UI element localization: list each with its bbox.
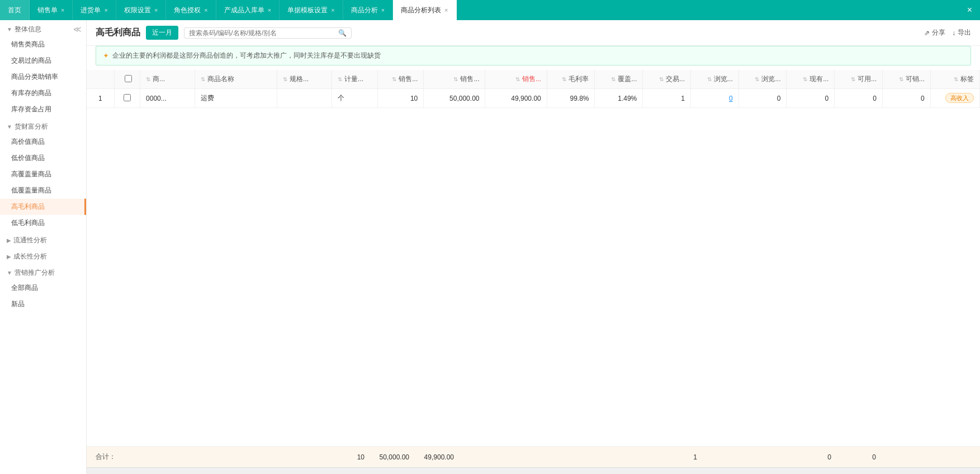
sidebar-group-wealth[interactable]: ▼ 货财富分析 [0, 118, 86, 134]
cell-sales-amount: 50,000.00 [424, 89, 485, 108]
sidebar-item-sales-goods[interactable]: 销售类商品 [0, 36, 86, 53]
sidebar-item-new-goods[interactable]: 新品 [0, 296, 86, 312]
sidebar-item-stock-capital[interactable]: 库存资金占用 [0, 101, 86, 118]
top-navigation: 首页 销售单 × 进货单 × 权限设置 × 角色授权 × 产成品入库单 × 单据… [0, 0, 980, 20]
nav-product-analysis[interactable]: 商品分析 × [343, 0, 393, 20]
sidebar-group-growth[interactable]: ▶ 成长性分析 [0, 247, 86, 264]
col-header-available-stock[interactable]: 可用... [835, 70, 883, 89]
info-bar: ✦ 企业的主要的利润都是这部分商品创造的，可考虑加大推广，同时关注库存是不要出现… [96, 46, 971, 65]
table-container: 商... 商品名称 规格... 计量... 销售... 销售... 销售... … [87, 70, 980, 446]
col-header-sales-cost[interactable]: 销售... [485, 70, 547, 89]
nav-role-auth[interactable]: 角色授权 × [166, 0, 216, 20]
cell-unit: 个 [332, 89, 378, 108]
cell-views1[interactable]: 0 [690, 89, 738, 108]
nav-sales-order[interactable]: 销售单 × [30, 0, 73, 20]
footer-sales-amount: 50,000.00 [370, 453, 415, 461]
close-permission-settings-icon[interactable]: × [154, 7, 158, 13]
nav-product-analysis-list[interactable]: 商品分析列表 × [393, 0, 456, 20]
cell-tag: 高收入 [930, 89, 979, 108]
row-checkbox[interactable] [124, 94, 131, 101]
sidebar-item-high-coverage[interactable]: 高覆盖量商品 [0, 166, 86, 182]
nav-template-settings[interactable]: 单据模板设置 × [280, 0, 343, 20]
cell-code: 0000... [140, 89, 195, 108]
close-product-analysis-icon[interactable]: × [381, 7, 385, 13]
col-header-current-stock[interactable]: 现有... [787, 70, 835, 89]
footer-sales-qty: 10 [325, 453, 370, 461]
sidebar-item-low-margin[interactable]: 低毛利商品 [0, 215, 86, 231]
export-button[interactable]: ↓ 导出 [952, 28, 971, 37]
nav-global-close-button[interactable]: × [959, 5, 980, 15]
sidebar-item-low-value[interactable]: 低价值商品 [0, 150, 86, 166]
nav-product-inbound[interactable]: 产成品入库单 × [216, 0, 280, 20]
sidebar-item-all-goods[interactable]: 全部商品 [0, 280, 86, 296]
sidebar-group-marketing[interactable]: ▼ 营销推广分析 [0, 264, 86, 280]
col-header-coverage[interactable]: 覆盖... [595, 70, 643, 89]
col-header-views1[interactable]: 浏览... [690, 70, 738, 89]
cell-check [114, 89, 140, 108]
data-table: 商... 商品名称 规格... 计量... 销售... 销售... 销售... … [87, 70, 980, 108]
col-header-name[interactable]: 商品名称 [195, 70, 277, 89]
nav-purchase-order[interactable]: 进货单 × [73, 0, 116, 20]
close-role-auth-icon[interactable]: × [204, 7, 207, 13]
info-text: 企业的主要的利润都是这部分商品创造的，可考虑加大推广，同时关注库存是不要出现缺货 [112, 51, 381, 60]
col-header-num [87, 70, 114, 89]
cell-saleable-stock: 0 [882, 89, 930, 108]
content-header: 高毛利商品 近一月 🔍 ⇗ 分享 ↓ 导出 [87, 20, 980, 46]
cell-spec [277, 89, 332, 108]
chevron-down-icon-2: ▼ [7, 124, 12, 130]
col-header-sales-amount[interactable]: 销售... [424, 70, 485, 89]
header-actions: ⇗ 分享 ↓ 导出 [924, 28, 971, 37]
sidebar-item-high-value[interactable]: 高价值商品 [0, 134, 86, 150]
cell-coverage: 1.49% [595, 89, 643, 108]
sidebar-item-category-rate[interactable]: 商品分类助销率 [0, 69, 86, 85]
cell-name: 运费 [195, 89, 277, 108]
col-header-check [114, 70, 140, 89]
col-header-views2[interactable]: 浏览... [738, 70, 787, 89]
chevron-down-icon-3: ▼ [7, 270, 12, 276]
search-input[interactable] [189, 29, 338, 37]
col-header-spec[interactable]: 规格... [277, 70, 332, 89]
sidebar-collapse-button[interactable]: ≪ [73, 25, 82, 34]
share-button[interactable]: ⇗ 分享 [924, 28, 945, 37]
close-sales-order-icon[interactable]: × [61, 7, 64, 13]
cell-available-stock: 0 [835, 89, 883, 108]
col-header-saleable-stock[interactable]: 可销... [882, 70, 930, 89]
col-header-gross-margin[interactable]: 毛利率 [547, 70, 595, 89]
close-product-analysis-list-icon[interactable]: × [444, 7, 448, 13]
search-box[interactable]: 🔍 [184, 27, 352, 39]
col-header-trade-count[interactable]: 交易... [643, 70, 691, 89]
main-layout: ≪ ▼ 整体信息 销售类商品 交易过的商品 商品分类助销率 有库存的商品 库存资… [0, 20, 980, 474]
horizontal-scrollbar[interactable] [87, 467, 980, 474]
cell-sales-qty: 10 [378, 89, 424, 108]
sidebar-item-low-coverage[interactable]: 低覆盖量商品 [0, 182, 86, 199]
cell-views2: 0 [738, 89, 787, 108]
page-title: 高毛利商品 [96, 27, 140, 39]
footer-available-stock: 0 [837, 453, 882, 461]
content-area: 高毛利商品 近一月 🔍 ⇗ 分享 ↓ 导出 ✦ 企业的主要的利润都是这部分商品创… [87, 20, 980, 474]
col-header-unit[interactable]: 计量... [332, 70, 378, 89]
table-row: 1 0000... 运费 个 10 50,000.00 49,900.00 99… [87, 89, 980, 108]
cell-current-stock: 0 [787, 89, 835, 108]
col-header-code[interactable]: 商... [140, 70, 195, 89]
footer-sales-cost: 49,900.00 [415, 453, 460, 461]
info-icon: ✦ [103, 51, 109, 60]
close-product-inbound-icon[interactable]: × [268, 7, 271, 13]
search-icon[interactable]: 🔍 [338, 29, 347, 37]
nav-permission-settings[interactable]: 权限设置 × [116, 0, 166, 20]
sidebar-item-in-stock[interactable]: 有库存的商品 [0, 85, 86, 101]
select-all-checkbox[interactable] [125, 75, 132, 82]
col-header-tag[interactable]: 标签 [930, 70, 979, 89]
sidebar-item-high-margin[interactable]: 高毛利商品 [0, 199, 86, 215]
close-template-settings-icon[interactable]: × [331, 7, 334, 13]
sidebar-item-traded-goods[interactable]: 交易过的商品 [0, 53, 86, 69]
table-header-row: 商... 商品名称 规格... 计量... 销售... 销售... 销售... … [87, 70, 980, 89]
share-icon: ⇗ [924, 29, 930, 37]
footer-trade-count: 1 [658, 453, 703, 461]
close-purchase-order-icon[interactable]: × [104, 7, 107, 13]
nav-home[interactable]: 首页 [0, 0, 30, 20]
chevron-right-icon: ▶ [7, 237, 11, 243]
col-header-sales-qty[interactable]: 销售... [378, 70, 424, 89]
filter-last-month-button[interactable]: 近一月 [146, 26, 178, 40]
sidebar-group-liquidity[interactable]: ▶ 流通性分析 [0, 231, 86, 247]
chevron-down-icon: ▼ [7, 26, 12, 32]
